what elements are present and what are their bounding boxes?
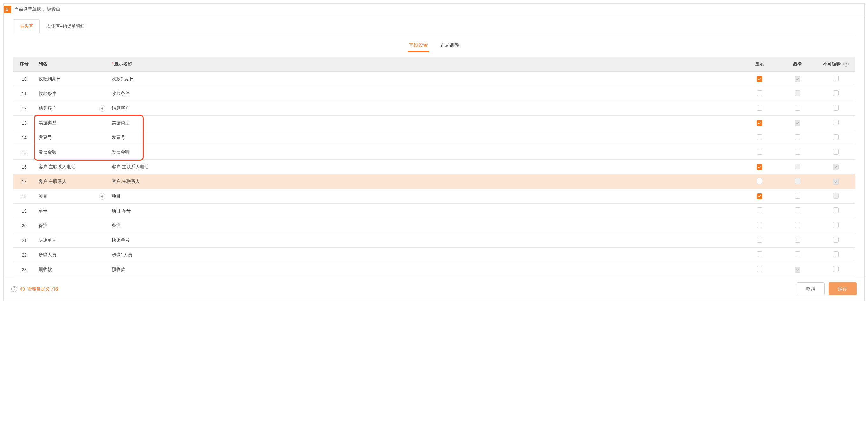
checkbox-required[interactable] <box>795 252 801 257</box>
checkbox-show[interactable] <box>756 252 762 257</box>
row-col-name-text: 收款到期日 <box>38 76 61 82</box>
row-noedit-cell <box>817 218 855 233</box>
checkbox-show[interactable] <box>756 207 762 213</box>
table-row: 16客户.主联系人电话客户.主联系人电话 <box>13 160 855 174</box>
checkbox-show[interactable] <box>756 222 762 228</box>
row-col-name-text: 发票号 <box>38 135 52 141</box>
checkbox-required[interactable] <box>795 105 801 111</box>
checkbox-noedit <box>833 193 839 199</box>
row-col-name-text: 客户.主联系人 <box>38 179 66 184</box>
row-seq: 20 <box>13 218 35 233</box>
row-display-name[interactable]: 收款到期日 <box>108 72 740 86</box>
row-display-name[interactable]: 票据类型 <box>108 116 740 131</box>
row-noedit-cell <box>817 262 855 277</box>
row-seq: 17 <box>13 174 35 189</box>
row-display-name[interactable]: 发票号 <box>108 131 740 145</box>
row-display-name[interactable]: 发票金额 <box>108 145 740 160</box>
checkbox-noedit[interactable] <box>833 207 839 213</box>
checkbox-show[interactable] <box>756 120 762 126</box>
checkbox-noedit[interactable] <box>833 222 839 228</box>
checkbox-noedit[interactable] <box>833 252 839 257</box>
collapse-button[interactable] <box>3 6 11 13</box>
row-seq: 21 <box>13 233 35 248</box>
row-col-name-text: 收款条件 <box>38 91 56 96</box>
row-col-name-text: 票据类型 <box>38 120 56 126</box>
checkbox-show[interactable] <box>756 266 762 272</box>
row-display-name[interactable]: 项目.车号 <box>108 204 740 218</box>
row-required-cell <box>778 233 817 248</box>
checkbox-show[interactable] <box>756 134 762 140</box>
row-display-name[interactable]: 结算客户 <box>108 101 740 116</box>
checkbox-show[interactable] <box>756 164 762 170</box>
row-seq: 11 <box>13 86 35 101</box>
checkbox-show[interactable] <box>756 194 762 199</box>
subtab-0[interactable]: 字段设置 <box>408 40 429 52</box>
checkbox-show[interactable] <box>756 105 762 111</box>
checkbox-noedit[interactable] <box>833 149 839 154</box>
row-required-cell <box>778 72 817 86</box>
checkbox-required[interactable] <box>795 149 801 154</box>
checkbox-required[interactable] <box>795 222 801 228</box>
row-show-cell <box>740 262 778 277</box>
row-show-cell <box>740 72 778 86</box>
row-show-cell <box>740 248 778 262</box>
checkbox-noedit[interactable] <box>833 237 839 242</box>
checkbox-noedit[interactable] <box>833 119 839 125</box>
checkbox-required[interactable] <box>795 207 801 213</box>
table-row: 22步骤人员步骤1人员 <box>13 248 855 262</box>
checkbox-show[interactable] <box>756 90 762 96</box>
row-display-name[interactable]: 收款条件 <box>108 86 740 101</box>
checkbox-noedit[interactable] <box>833 134 839 140</box>
top-bar: 当前设置单据： 销货单 <box>3 3 865 16</box>
row-col-name: 票据类型 <box>35 116 108 131</box>
header-display-name: *显示名称 <box>108 57 740 72</box>
add-icon[interactable]: + <box>99 105 105 112</box>
add-icon[interactable]: + <box>99 193 105 200</box>
checkbox-noedit[interactable] <box>833 105 839 111</box>
row-col-name: 结算客户+ <box>35 101 108 116</box>
row-display-name[interactable]: 步骤1人员 <box>108 248 740 262</box>
row-display-name[interactable]: 客户.主联系人电话 <box>108 160 740 174</box>
checkbox-noedit[interactable] <box>833 76 839 81</box>
row-required-cell <box>778 189 817 204</box>
checkbox-noedit[interactable] <box>833 266 839 272</box>
row-display-name[interactable]: 预收款 <box>108 262 740 277</box>
row-col-name: 收款到期日 <box>35 72 108 86</box>
field-table-wrapper: 序号 列名 *显示名称 显示 必录 不可编辑 ? 10收款到期日收款到期日11收… <box>13 57 855 277</box>
manage-custom-fields-link[interactable]: ? 管理自定义字段 <box>11 286 59 292</box>
table-row: 13票据类型票据类型 <box>13 116 855 131</box>
row-display-name[interactable]: 快递单号 <box>108 233 740 248</box>
header-show: 显示 <box>740 57 778 72</box>
row-col-name-text: 车号 <box>38 208 48 214</box>
row-seq: 23 <box>13 262 35 277</box>
checkbox-required[interactable] <box>795 237 801 242</box>
row-noedit-cell <box>817 233 855 248</box>
row-display-name[interactable]: 客户.主联系人 <box>108 174 740 189</box>
checkbox-show[interactable] <box>756 149 762 154</box>
row-noedit-cell <box>817 86 855 101</box>
help-icon[interactable]: ? <box>843 61 848 67</box>
row-display-name[interactable]: 项目 <box>108 189 740 204</box>
row-col-name: 快递单号 <box>35 233 108 248</box>
row-show-cell <box>740 160 778 174</box>
row-display-name[interactable]: 备注 <box>108 218 740 233</box>
checkbox-show[interactable] <box>756 178 762 184</box>
tab-1[interactable]: 表体区–销货单明细 <box>40 20 91 33</box>
row-seq: 12 <box>13 101 35 116</box>
save-button[interactable]: 保存 <box>829 282 857 295</box>
cancel-button[interactable]: 取消 <box>797 282 825 295</box>
row-show-cell <box>740 204 778 218</box>
checkbox-show[interactable] <box>756 76 762 82</box>
row-required-cell <box>778 145 817 160</box>
row-show-cell <box>740 218 778 233</box>
row-seq: 16 <box>13 160 35 174</box>
checkbox-noedit[interactable] <box>833 90 839 96</box>
checkbox-required[interactable] <box>795 193 801 199</box>
row-show-cell <box>740 145 778 160</box>
checkbox-show[interactable] <box>756 237 762 242</box>
header-seq: 序号 <box>13 57 35 72</box>
tab-0[interactable]: 表头区 <box>13 20 40 33</box>
checkbox-required[interactable] <box>795 134 801 140</box>
subtab-1[interactable]: 布局调整 <box>439 40 460 52</box>
current-setting-value: 销货单 <box>47 7 60 12</box>
